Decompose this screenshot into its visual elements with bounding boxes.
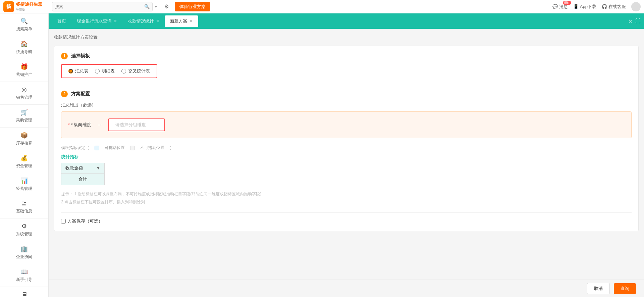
chevron-down-icon: ▼ bbox=[154, 4, 158, 9]
finance-icon: 💰 bbox=[20, 154, 28, 162]
top-right: 💬 消息 99+ 📱 App下载 🎧 在线客服 bbox=[552, 2, 641, 11]
top-bar: 畅 畅捷通好生意 标准版 🔍 ▼ ⚙ 体验行业方案 💬 消息 99+ 📱 App… bbox=[0, 0, 644, 13]
basic-icon: 🗂 bbox=[21, 200, 27, 207]
user-avatar[interactable] bbox=[631, 2, 641, 11]
sidebar-item-hardware[interactable]: 🖥 智能硬件 bbox=[0, 287, 48, 297]
not-draggable-dot bbox=[130, 146, 135, 150]
sidebar-item-system[interactable]: ⚙ 系统管理 bbox=[0, 218, 48, 241]
radio-detail-label: 明细表 bbox=[102, 68, 115, 74]
tab-receipt-stat[interactable]: 收款情况统计 ✕ bbox=[122, 15, 165, 27]
gift-icon: 🎁 bbox=[20, 63, 28, 70]
step1-title: 选择模板 bbox=[71, 53, 90, 59]
sidebar-item-finance[interactable]: 💰 资金管理 bbox=[0, 150, 48, 173]
tip-1: 提示： 1.拖动标题栏可以调整布局，不可跨维度或指标区域拖动栏目字段(只能在同一… bbox=[61, 191, 632, 198]
step2-section: 2 方案配置 汇总维度（必选） * * 纵向维度 → bbox=[61, 91, 632, 206]
dimension-area: * * 纵向维度 → 请选择分组维度 bbox=[61, 111, 632, 138]
save-label: 方案保存（可选） bbox=[68, 218, 103, 224]
divider2 bbox=[61, 212, 632, 213]
close-tab-btn[interactable]: ✕ bbox=[628, 18, 633, 24]
step1-header: 1 选择模板 bbox=[61, 53, 632, 59]
sales-icon: ◎ bbox=[21, 86, 27, 93]
message-button[interactable]: 💬 消息 99+ bbox=[552, 4, 568, 10]
indicator-hint-label: 模板指标设定（ bbox=[61, 145, 89, 151]
query-button[interactable]: 查询 bbox=[614, 283, 636, 294]
industry-button[interactable]: 体验行业方案 bbox=[175, 2, 210, 11]
bottom-bar: 取消 查询 bbox=[49, 280, 644, 297]
radio-summary-label: 汇总表 bbox=[75, 68, 88, 74]
sidebar-item-enterprise[interactable]: 🏢 企业协同 bbox=[0, 241, 48, 264]
sidebar-item-quick-nav[interactable]: 🏠 快捷导航 bbox=[0, 36, 48, 59]
radio-crosstab[interactable]: 交叉统计表 bbox=[121, 68, 150, 74]
template-select-box: 汇总表 明细表 交叉统计表 bbox=[61, 64, 157, 78]
step2-title: 方案配置 bbox=[71, 91, 90, 97]
config-section: 汇总维度（必选） * * 纵向维度 → 请选择分组维度 bbox=[61, 102, 632, 206]
dimension-row: * * 纵向维度 → 请选择分组维度 bbox=[68, 118, 165, 131]
search-input[interactable] bbox=[55, 4, 144, 9]
dimension-select-box[interactable]: 请选择分组维度 bbox=[108, 118, 165, 131]
system-icon: ⚙ bbox=[21, 222, 27, 230]
page-title: 收款情况统计方案设置 bbox=[54, 34, 639, 40]
sidebar-item-search-menu[interactable]: 🔍 搜索菜单 bbox=[0, 13, 48, 36]
sidebar-item-guide[interactable]: 📖 新手引导 bbox=[0, 264, 48, 287]
search-icon: 🔍 bbox=[144, 4, 150, 9]
col-header-dropdown-icon[interactable]: ▼ bbox=[96, 166, 100, 170]
sidebar-item-operations[interactable]: 📊 经营管理 bbox=[0, 173, 48, 196]
service-button[interactable]: 🎧 在线客服 bbox=[602, 4, 626, 10]
dimension-arrow-icon: → bbox=[97, 121, 103, 129]
dimension-title: 汇总维度（必选） bbox=[61, 102, 632, 108]
home-icon: 🏠 bbox=[20, 40, 28, 48]
main-card: 1 选择模板 汇总表 明细表 bbox=[54, 46, 639, 231]
stat-label: 统计指标 bbox=[61, 154, 632, 160]
download-button[interactable]: 📱 App下载 bbox=[573, 4, 596, 10]
tab-cash-query[interactable]: 现金银行流水查询 ✕ bbox=[71, 15, 122, 27]
tab-close-new-plan[interactable]: ✕ bbox=[190, 19, 193, 23]
tab-bar: 首页 现金银行流水查询 ✕ 收款情况统计 ✕ 新建方案 ✕ ✕ ⛶ bbox=[49, 13, 644, 29]
content-area: 首页 现金银行流水查询 ✕ 收款情况统计 ✕ 新建方案 ✕ ✕ ⛶ 收款情况统计… bbox=[49, 13, 644, 297]
enterprise-icon: 🏢 bbox=[20, 245, 28, 253]
cancel-button[interactable]: 取消 bbox=[587, 283, 610, 294]
radio-summary-input[interactable] bbox=[68, 69, 73, 73]
search-box[interactable]: 🔍 bbox=[52, 2, 153, 11]
download-icon: 📱 bbox=[573, 4, 579, 9]
logo-icon: 畅 bbox=[3, 1, 14, 12]
logo-area: 畅 畅捷通好生意 标准版 bbox=[3, 1, 52, 12]
sidebar-item-basic[interactable]: 🗂 基础信息 bbox=[0, 196, 48, 218]
divider1 bbox=[61, 85, 632, 85]
sidebar-item-purchase[interactable]: 🛒 采购管理 bbox=[0, 105, 48, 128]
tip-2: 2.点击标题栏下拉可设置排序、插入列和删除列 bbox=[61, 199, 632, 206]
message-icon: 💬 bbox=[552, 4, 558, 9]
tab-new-plan[interactable]: 新建方案 ✕ bbox=[165, 15, 198, 27]
step1-num: 1 bbox=[61, 53, 68, 59]
search-dropdown[interactable]: ▼ bbox=[154, 4, 158, 9]
inventory-icon: 📦 bbox=[20, 132, 28, 139]
dimension-row-label: * * 纵向维度 bbox=[68, 122, 91, 128]
save-checkbox[interactable] bbox=[61, 219, 66, 224]
radio-crosstab-label: 交叉统计表 bbox=[128, 68, 150, 74]
col-header-text: 收款金额 bbox=[65, 165, 83, 171]
operations-icon: 📊 bbox=[20, 177, 28, 185]
step1-section: 1 选择模板 汇总表 明细表 bbox=[61, 53, 632, 78]
radio-summary[interactable]: 汇总表 bbox=[68, 68, 88, 74]
gear-button[interactable]: ⚙ bbox=[161, 1, 172, 12]
tips-section: 提示： 1.拖动标题栏可以调整布局，不可跨维度或指标区域拖动栏目字段(只能在同一… bbox=[61, 191, 632, 206]
logo-badge: 标准版 bbox=[16, 7, 42, 12]
maximize-btn[interactable]: ⛶ bbox=[635, 18, 641, 24]
hardware-icon: 🖥 bbox=[21, 291, 27, 297]
radio-crosstab-input[interactable] bbox=[121, 69, 126, 73]
sidebar-item-marketing[interactable]: 🎁 营销推广 bbox=[0, 59, 48, 82]
indicator-table: 收款金额 ▼ 合计 bbox=[61, 163, 105, 185]
indicator-hint: 模板指标设定（ 可拖动位置 不可拖动位置 ） bbox=[61, 145, 632, 151]
tab-close-cash[interactable]: ✕ bbox=[114, 19, 117, 23]
message-badge: 99+ bbox=[563, 1, 571, 5]
guide-icon: 📖 bbox=[20, 268, 28, 276]
draggable-dot bbox=[95, 146, 99, 150]
step2-num: 2 bbox=[61, 91, 68, 97]
radio-detail-input[interactable] bbox=[95, 69, 100, 73]
indicator-section: 模板指标设定（ 可拖动位置 不可拖动位置 ） 统计指标 收款金额 bbox=[61, 145, 632, 185]
col-sub-cell: 合计 bbox=[61, 174, 104, 185]
sidebar-item-inventory[interactable]: 📦 库存核算 bbox=[0, 128, 48, 150]
tab-close-receipt[interactable]: ✕ bbox=[156, 19, 159, 23]
sidebar-item-sales[interactable]: ◎ 销售管理 bbox=[0, 82, 48, 105]
radio-detail[interactable]: 明细表 bbox=[95, 68, 115, 74]
tab-home[interactable]: 首页 bbox=[52, 15, 71, 27]
